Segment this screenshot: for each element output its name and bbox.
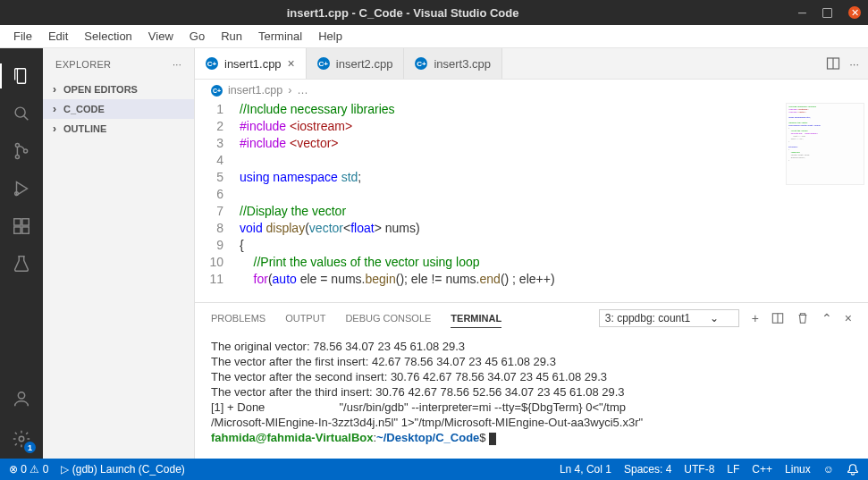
tab-insert1[interactable]: C+ insert1.cpp × <box>195 48 307 79</box>
close-button[interactable]: ✕ <box>848 6 861 19</box>
status-launch[interactable]: ▷ (gdb) Launch (C_Code) <box>61 463 184 476</box>
section-folder[interactable]: ›C_CODE <box>43 99 194 119</box>
close-panel-icon[interactable]: × <box>845 311 852 325</box>
chevron-right-icon: › <box>48 83 61 96</box>
feedback-icon[interactable]: ☺ <box>823 463 834 476</box>
panel-tabs: PROBLEMS OUTPUT DEBUG CONSOLE TERMINAL 3… <box>195 303 868 333</box>
titlebar: insert1.cpp - C_Code - Visual Studio Cod… <box>0 0 868 25</box>
status-bar: ⊗ 0 ⚠ 0 ▷ (gdb) Launch (C_Code) Ln 4, Co… <box>0 459 868 480</box>
status-spaces[interactable]: Spaces: 4 <box>624 463 671 476</box>
sidebar-more-icon[interactable]: ··· <box>173 59 181 70</box>
svg-point-9 <box>18 392 24 399</box>
section-open-editors[interactable]: ›OPEN EDITORS <box>43 80 194 99</box>
menu-run[interactable]: Run <box>213 27 250 46</box>
panel-tab-output[interactable]: OUTPUT <box>285 309 325 327</box>
testing-icon[interactable] <box>9 251 34 276</box>
menu-file[interactable]: File <box>5 27 40 46</box>
menubar: File Edit Selection View Go Run Terminal… <box>0 25 868 48</box>
chevron-right-icon: › <box>48 122 61 135</box>
explorer-icon[interactable] <box>9 63 34 88</box>
svg-rect-8 <box>22 219 29 225</box>
terminal-select[interactable]: 3: cppdbg: count1 ⌄ <box>599 309 739 327</box>
menu-help[interactable]: Help <box>310 27 350 46</box>
notifications-icon[interactable] <box>847 463 859 476</box>
search-icon[interactable] <box>9 101 34 126</box>
settings-badge: 1 <box>24 442 36 453</box>
svg-point-10 <box>19 436 24 442</box>
panel-tab-debug[interactable]: DEBUG CONSOLE <box>345 309 431 327</box>
explorer-title: EXPLORER <box>55 59 111 70</box>
svg-rect-5 <box>14 219 21 225</box>
tab-insert2[interactable]: C+ insert2.cpp <box>307 48 405 79</box>
activity-bar: 1 <box>0 48 43 459</box>
cpp-file-icon: C+ <box>206 57 218 70</box>
settings-icon[interactable]: 1 <box>9 426 34 451</box>
status-os[interactable]: Linux <box>785 463 811 476</box>
svg-point-2 <box>15 155 19 158</box>
panel-tab-problems[interactable]: PROBLEMS <box>211 309 265 327</box>
code-editor[interactable]: 1234567891011 //Include necessary librar… <box>195 101 868 302</box>
svg-point-3 <box>24 149 28 153</box>
menu-view[interactable]: View <box>140 27 181 46</box>
cursor <box>489 433 496 445</box>
maximize-button[interactable] <box>822 8 832 18</box>
extensions-icon[interactable] <box>9 214 34 239</box>
editor-more-icon[interactable]: ··· <box>849 57 859 71</box>
cpp-file-icon: C+ <box>317 57 330 70</box>
menu-selection[interactable]: Selection <box>76 27 139 46</box>
window-title: insert1.cpp - C_Code - Visual Studio Cod… <box>7 6 798 20</box>
minimap[interactable]: //Include necessary libraries #include <… <box>786 103 864 185</box>
section-outline[interactable]: ›OUTLINE <box>43 119 194 139</box>
status-lncol[interactable]: Ln 4, Col 1 <box>560 463 611 476</box>
chevron-down-icon: ⌄ <box>710 312 719 324</box>
explorer-sidebar: EXPLORER ··· ›OPEN EDITORS ›C_CODE ›OUTL… <box>43 48 195 459</box>
menu-go[interactable]: Go <box>181 27 213 46</box>
chevron-right-icon: › <box>48 103 61 115</box>
menu-terminal[interactable]: Terminal <box>250 27 310 46</box>
source-control-icon[interactable] <box>9 139 34 164</box>
menu-edit[interactable]: Edit <box>40 27 76 46</box>
new-terminal-icon[interactable]: + <box>752 311 759 325</box>
svg-point-0 <box>15 107 25 117</box>
line-gutter: 1234567891011 <box>195 101 240 302</box>
maximize-panel-icon[interactable]: ⌃ <box>822 311 832 325</box>
split-editor-icon[interactable] <box>826 56 840 71</box>
tab-insert3[interactable]: C+ insert3.cpp <box>404 48 502 79</box>
kill-terminal-icon[interactable] <box>796 312 809 324</box>
panel: PROBLEMS OUTPUT DEBUG CONSOLE TERMINAL 3… <box>195 302 868 459</box>
minimize-button[interactable]: – <box>798 4 806 21</box>
terminal-content[interactable]: The original vector: 78.56 34.07 23 45 6… <box>195 333 868 459</box>
status-errors[interactable]: ⊗ 0 ⚠ 0 <box>9 463 48 476</box>
status-encoding[interactable]: UTF-8 <box>684 463 714 476</box>
editor-tabs: C+ insert1.cpp × C+ insert2.cpp C+ inser… <box>195 48 868 80</box>
tab-close-icon[interactable]: × <box>288 56 295 71</box>
status-eol[interactable]: LF <box>727 463 739 476</box>
cpp-file-icon: C+ <box>415 57 427 70</box>
account-icon[interactable] <box>9 386 34 411</box>
run-debug-icon[interactable] <box>9 176 34 201</box>
window-controls: – ✕ <box>798 4 861 21</box>
cpp-file-icon: C+ <box>211 85 223 97</box>
svg-rect-6 <box>14 227 21 233</box>
status-language[interactable]: C++ <box>752 463 772 476</box>
split-terminal-icon[interactable] <box>771 312 784 324</box>
panel-tab-terminal[interactable]: TERMINAL <box>451 309 501 328</box>
svg-rect-7 <box>22 227 29 233</box>
code-content[interactable]: //Include necessary libraries#include <i… <box>240 101 868 302</box>
breadcrumb[interactable]: C+ insert1.cpp › … <box>195 80 868 101</box>
svg-point-1 <box>15 144 19 147</box>
editor-group: C+ insert1.cpp × C+ insert2.cpp C+ inser… <box>195 48 868 459</box>
